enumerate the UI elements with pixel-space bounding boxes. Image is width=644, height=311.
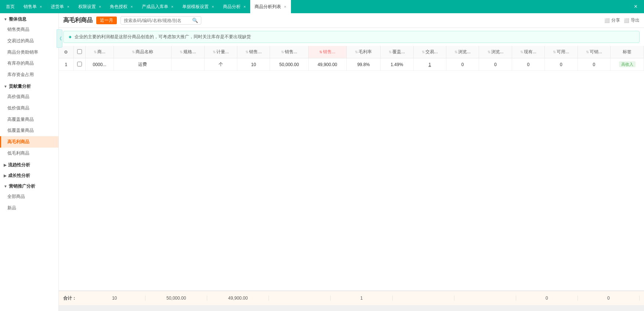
data-table: ⚙ ⇅ 商... ⇅	[59, 46, 644, 71]
total-spacer3	[454, 296, 516, 301]
col-spec-sort-icon: ⇅	[180, 50, 183, 54]
col-sales-profit[interactable]: ⇅ 销售...	[308, 46, 346, 58]
sidebar-group-marketing[interactable]: ▼ 营销推广分析	[0, 180, 58, 191]
window-close-button[interactable]: ×	[629, 0, 643, 13]
col-coverage-sort-icon: ⇅	[389, 50, 392, 54]
sidebar-item-high-value[interactable]: 高价值商品	[0, 91, 58, 102]
col-sales-amount-sort-icon: ⇅	[281, 50, 284, 54]
transaction-link[interactable]: 1	[428, 62, 431, 67]
sidebar-item-stock-capital[interactable]: 库存资金占用	[0, 69, 58, 80]
search-icon[interactable]: 🔍	[192, 18, 198, 23]
col-browse2[interactable]: ⇅ 浏览...	[479, 46, 512, 58]
total-stock-saleable: 0	[578, 296, 640, 301]
table-container[interactable]: ⚙ ⇅ 商... ⇅	[59, 46, 644, 311]
col-sales-qty[interactable]: ⇅ 销售...	[237, 46, 270, 58]
col-index: ⚙	[59, 46, 73, 58]
sidebar-item-new-goods[interactable]: 新品	[0, 202, 58, 214]
nav-product-analysis-list[interactable]: 商品分析列表 ×	[250, 0, 291, 13]
col-browse1[interactable]: ⇅ 浏览...	[446, 46, 479, 58]
col-margin-rate[interactable]: ⇅ 毛利率	[346, 46, 381, 58]
col-spec[interactable]: ⇅ 规格...	[172, 46, 204, 58]
cell-tag: 高收入	[611, 58, 644, 71]
col-transaction[interactable]: ⇅ 交易...	[413, 46, 446, 58]
col-name-sort-icon: ⇅	[132, 50, 135, 54]
export-button[interactable]: ⬜ 导出	[624, 17, 640, 23]
sidebar-group-overall[interactable]: ▼ 整体信息	[0, 13, 58, 24]
sidebar-item-stocked-goods[interactable]: 有库存的商品	[0, 58, 58, 69]
row-checkbox[interactable]	[77, 62, 82, 66]
col-unit[interactable]: ⇅ 计量...	[204, 46, 237, 58]
nav-product-analysis[interactable]: 商品分析 ×	[219, 0, 250, 13]
col-unit-sort-icon: ⇅	[213, 50, 216, 54]
header-actions: ⬜ 分享 ⬜ 导出	[604, 17, 640, 23]
search-box: 🔍	[120, 16, 201, 25]
nav-role[interactable]: 角色授权 ×	[105, 0, 137, 13]
content-area: 高毛利商品 近一月 🔍 ⬜ 分享 ⬜ 导出 ✦ 企业的主要的利润都是这部分	[59, 13, 644, 311]
sidebar-item-traded-goods[interactable]: 交易过的商品	[0, 35, 58, 47]
sidebar-item-low-coverage[interactable]: 低覆盖量商品	[0, 125, 58, 136]
sidebar-item-sales-goods[interactable]: 销售类商品	[0, 24, 58, 35]
nav-home[interactable]: 首页	[1, 0, 19, 13]
col-sales-profit-sort-icon: ⇅	[319, 50, 322, 54]
nav-permission[interactable]: 权限设置 ×	[74, 0, 105, 13]
close-permission[interactable]: ×	[99, 0, 101, 13]
sidebar-item-all-goods[interactable]: 全部商品	[0, 191, 58, 202]
col-tag[interactable]: 标签	[611, 46, 644, 58]
horizontal-scrollbar[interactable]	[59, 305, 644, 311]
col-sales-amount[interactable]: ⇅ 销售...	[270, 46, 308, 58]
search-input[interactable]	[124, 18, 190, 23]
col-coverage[interactable]: ⇅ 覆盖...	[381, 46, 413, 58]
col-name[interactable]: ⇅ 商品名称	[114, 46, 172, 58]
sidebar-item-low-margin[interactable]: 低毛利商品	[0, 148, 58, 159]
select-all-checkbox[interactable]	[77, 49, 82, 54]
col-stock-current[interactable]: ⇅ 现有...	[512, 46, 544, 58]
close-product-instock[interactable]: ×	[171, 0, 173, 13]
sidebar-group-growth[interactable]: ▶ 成长性分析	[0, 170, 58, 180]
sidebar-toggle-button[interactable]: 《	[57, 29, 62, 48]
info-icon: ✦	[68, 34, 72, 40]
page-title: 高毛利商品	[63, 17, 93, 24]
cell-margin-rate: 99.8%	[346, 58, 381, 71]
share-icon: ⬜	[604, 18, 610, 23]
close-role[interactable]: ×	[130, 0, 133, 13]
total-sales-qty: 10	[84, 296, 145, 301]
col-trans-sort-icon: ⇅	[422, 50, 425, 54]
col-stock-avail-sort-icon: ⇅	[553, 50, 556, 54]
chevron-down-icon-3: ▼	[4, 184, 7, 188]
top-nav: 首页 销售单 × 进货单 × 权限设置 × 角色授权 × 产成品入库单 × 单据…	[0, 0, 644, 13]
cell-code[interactable]: 0000...	[85, 58, 114, 71]
chevron-right-icon-2: ▶	[4, 174, 7, 178]
nav-sales-order[interactable]: 销售单 ×	[19, 0, 46, 13]
sidebar-item-category-rate[interactable]: 商品分类助销率	[0, 47, 58, 58]
cell-transaction: 1	[413, 58, 446, 71]
close-template[interactable]: ×	[212, 0, 214, 13]
sidebar-group-contribution[interactable]: ▼ 贡献量分析	[0, 80, 58, 91]
table-row: 1 0000... 运费 个 10 50,000.00 49,900.00 99…	[59, 58, 644, 71]
share-button[interactable]: ⬜ 分享	[604, 17, 620, 23]
col-code-sort-icon: ⇅	[94, 50, 97, 54]
close-purchase-order[interactable]: ×	[67, 0, 69, 13]
cell-spec	[172, 58, 204, 71]
cell-stock-saleable: 0	[578, 58, 610, 71]
col-browse2-sort-icon: ⇅	[488, 50, 490, 54]
total-cells: 10 50,000.00 49,900.00 1 0 0	[84, 296, 640, 301]
close-product-analysis[interactable]: ×	[244, 0, 246, 13]
sidebar-group-trend[interactable]: ▶ 流趋性分析	[0, 159, 58, 170]
sidebar-item-low-value[interactable]: 低价值商品	[0, 102, 58, 114]
cell-checkbox	[73, 58, 85, 71]
main-layout: ▼ 整体信息 销售类商品 交易过的商品 商品分类助销率 有库存的商品 库存资金占…	[0, 13, 644, 311]
col-code[interactable]: ⇅ 商...	[85, 46, 114, 58]
total-spacer2	[393, 296, 454, 301]
col-stock-saleable[interactable]: ⇅ 可销...	[578, 46, 610, 58]
nav-product-instock[interactable]: 产成品入库单 ×	[137, 0, 178, 13]
nav-template[interactable]: 单据模板设置 ×	[178, 0, 218, 13]
sidebar-item-high-coverage[interactable]: 高覆盖量商品	[0, 114, 58, 125]
close-product-analysis-list[interactable]: ×	[284, 0, 286, 13]
cell-sales-amount: 50,000.00	[270, 58, 308, 71]
nav-purchase-order[interactable]: 进货单 ×	[46, 0, 73, 13]
col-stock-available[interactable]: ⇅ 可用...	[545, 46, 578, 58]
sidebar-item-high-margin[interactable]: 高毛利商品	[0, 136, 58, 148]
time-filter-button[interactable]: 近一月	[96, 17, 117, 24]
settings-icon[interactable]: ⚙	[64, 50, 68, 55]
close-sales-order[interactable]: ×	[40, 0, 42, 13]
